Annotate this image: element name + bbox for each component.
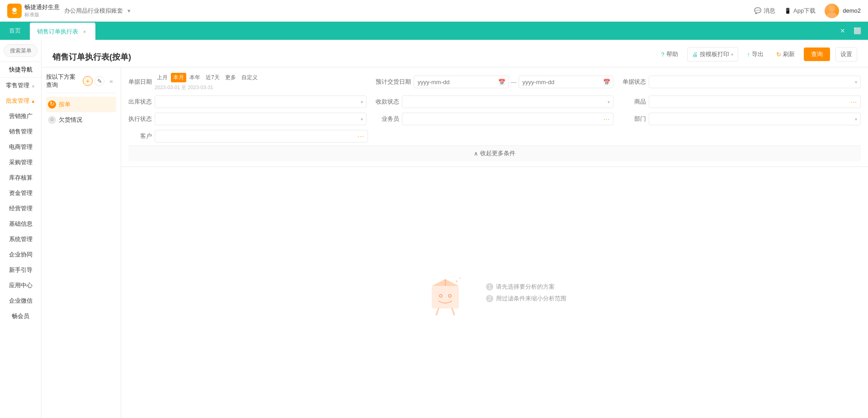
sidebar-item-appstore[interactable]: 应用中心: [0, 278, 41, 293]
collapse-nav-button[interactable]: «: [106, 76, 116, 86]
user-name: demo2: [843, 7, 861, 14]
window-close-button[interactable]: ✕: [837, 25, 848, 36]
inner-layout: 按以下方案查询 + ✎ « ↻: [42, 67, 868, 418]
sidebar-item-sales[interactable]: 销售管理: [0, 124, 41, 139]
svg-point-1: [829, 5, 835, 12]
date-tabs: 上月 本月 本年 近7天 更多 自定义: [155, 73, 260, 82]
empty-state: 1 请先选择要分析的方案 2 用过滤条件来缩小分析范围: [121, 167, 868, 418]
date-tab-last7[interactable]: 近7天: [203, 73, 222, 82]
salesperson-label: 业务员: [376, 115, 399, 123]
refresh-icon: ↻: [776, 51, 781, 58]
search-input[interactable]: [4, 44, 38, 57]
help-button[interactable]: ? 帮助: [657, 48, 681, 60]
collection-status-label: 收款状态: [376, 98, 399, 106]
scheme-item-by-order[interactable]: ↻ 按单: [46, 97, 116, 112]
sidebar-item-purchase[interactable]: 采购管理: [0, 155, 41, 170]
message-icon: 💬: [754, 7, 761, 14]
edit-scheme-button[interactable]: ✎: [94, 76, 104, 86]
filter-customer: 客户 ···: [128, 130, 368, 142]
expected-delivery-label: 预计交货日期: [376, 78, 411, 86]
sidebar-item-member[interactable]: 畅会员: [0, 309, 41, 324]
filter-department: 部门 ▾: [623, 113, 861, 125]
collection-status-arrow-icon: ▾: [608, 100, 610, 104]
settings-button[interactable]: 设置: [835, 47, 857, 62]
order-status-arrow-icon: ▾: [855, 80, 857, 85]
sidebar-item-system[interactable]: 系统管理: [0, 232, 41, 247]
date-tab-more[interactable]: 更多: [223, 73, 238, 82]
sidebar-item-wechat[interactable]: 企业微信: [0, 293, 41, 309]
svg-point-0: [12, 8, 17, 12]
export-button[interactable]: ↑ 导出: [744, 48, 768, 60]
customer-label: 客户: [128, 132, 152, 140]
customer-input[interactable]: ···: [155, 130, 368, 142]
ship-status-arrow-icon: ▾: [361, 100, 363, 104]
exec-status-dropdown[interactable]: ▾: [155, 113, 367, 125]
scheme-item-debt[interactable]: ○ 欠货情况: [46, 112, 116, 128]
tab-bar: 首页 销售订单执行表 × ✕ ⬜: [0, 22, 868, 40]
svg-point-9: [456, 280, 458, 282]
left-nav-header: 按以下方案查询 + ✎ «: [46, 67, 116, 93]
sidebar-item-finance[interactable]: 资金管理: [0, 185, 41, 201]
department-label: 部门: [623, 115, 646, 123]
message-button[interactable]: 💬 消息: [754, 7, 775, 15]
window-maximize-button[interactable]: ⬜: [852, 25, 863, 36]
expected-end-calendar-icon[interactable]: 📅: [603, 79, 610, 86]
query-button[interactable]: 查询: [804, 48, 830, 61]
filter-order-status: 单据状态 ▾: [623, 76, 861, 88]
export-icon: ↑: [747, 51, 750, 58]
ship-status-dropdown[interactable]: ▾: [155, 95, 367, 108]
left-nav-title: 按以下方案查询: [46, 73, 80, 89]
expected-end-input[interactable]: [519, 76, 614, 88]
sidebar-item-retail[interactable]: 零售管理 ▲: [0, 78, 41, 93]
refresh-button[interactable]: ↻ 刷新: [773, 48, 798, 60]
sidebar-item-inventory[interactable]: 库存核算: [0, 170, 41, 185]
tab-close-icon[interactable]: ×: [81, 28, 88, 35]
tab-bar-right: ✕ ⬜: [837, 25, 868, 36]
sidebar-item-newbie[interactable]: 新手引导: [0, 262, 41, 278]
expand-icon-retail: ▲: [31, 83, 35, 88]
filter-exec-status: 执行状态 ▾: [128, 113, 367, 125]
order-status-label: 单据状态: [623, 78, 646, 86]
help-icon: ?: [661, 51, 664, 58]
print-button[interactable]: 🖨 按模板打印 ▾: [687, 47, 738, 62]
empty-hint-1: 1 请先选择要分析的方案: [486, 283, 566, 291]
page-title: 销售订单执行表(按单): [52, 52, 131, 62]
salesperson-input[interactable]: ···: [402, 113, 614, 125]
header-right: 💬 消息 📱 App下载 demo2: [754, 4, 861, 18]
breadcrumb[interactable]: 办公用品行业模拟账套 ▼: [64, 7, 132, 15]
collapse-up-icon: ∧: [474, 150, 478, 157]
department-dropdown[interactable]: ▾: [649, 113, 861, 125]
collapse-icon: «: [109, 78, 113, 85]
sidebar-item-operation[interactable]: 经营管理: [0, 201, 41, 216]
exec-status-arrow-icon: ▾: [361, 117, 363, 122]
user-area[interactable]: demo2: [825, 4, 861, 18]
app-download-button[interactable]: 📱 App下载: [784, 7, 816, 15]
page-actions: ? 帮助 🖨 按模板打印 ▾ ↑ 导出 ↻ 刷新 查询: [657, 47, 857, 67]
svg-line-14: [436, 309, 439, 315]
sidebar-item-ecommerce[interactable]: 电商管理: [0, 139, 41, 155]
add-scheme-button[interactable]: +: [83, 76, 93, 86]
product-input[interactable]: ···: [649, 95, 861, 108]
page-header: 销售订单执行表(按单) ? 帮助 🖨 按模板打印 ▾ ↑ 导出 ↻ 刷新: [42, 40, 868, 67]
collection-status-dropdown[interactable]: ▾: [402, 95, 614, 108]
sidebar-item-basic[interactable]: 基础信息: [0, 216, 41, 232]
customer-dots-icon: ···: [358, 133, 364, 140]
expected-start-input[interactable]: [414, 76, 509, 88]
order-status-dropdown[interactable]: ▾: [649, 76, 861, 88]
date-tab-current-year[interactable]: 本年: [187, 73, 203, 82]
print-dropdown-icon: ▾: [731, 52, 733, 57]
date-tab-last-month[interactable]: 上月: [155, 73, 170, 82]
sidebar-item-wholesale[interactable]: 批发管理 ▲: [0, 93, 41, 109]
content-area: 销售订单执行表(按单) ? 帮助 🖨 按模板打印 ▾ ↑ 导出 ↻ 刷新: [42, 40, 868, 418]
tab-home[interactable]: 首页: [0, 22, 30, 40]
exec-status-label: 执行状态: [128, 115, 152, 123]
sidebar-quick-nav[interactable]: 快捷导航: [0, 62, 41, 78]
tab-active[interactable]: 销售订单执行表 ×: [30, 23, 95, 41]
collapse-filters-button[interactable]: ∧ 收起更多条件: [128, 145, 861, 161]
date-tab-current-month[interactable]: 本月: [171, 73, 186, 82]
left-nav-panel: 按以下方案查询 + ✎ « ↻: [42, 67, 121, 418]
date-tab-custom[interactable]: 自定义: [239, 73, 260, 82]
sidebar-item-marketing[interactable]: 营销推广: [0, 109, 41, 124]
scheme-icon-order: ↻: [48, 100, 56, 109]
sidebar-item-cooperation[interactable]: 企业协同: [0, 247, 41, 262]
